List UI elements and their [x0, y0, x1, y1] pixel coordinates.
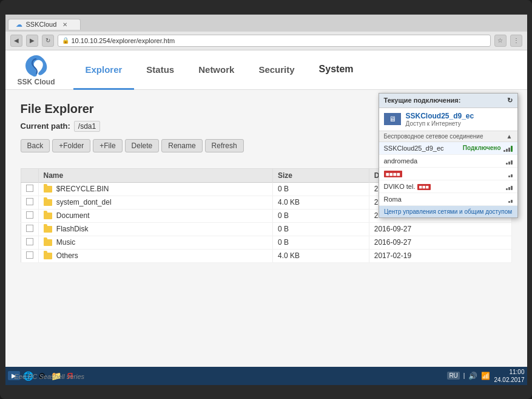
main-content: File Explorer Current path: /sda1 Back +…: [5, 90, 527, 275]
file-name: $RECYCLE.BIN: [38, 182, 272, 196]
date-display: 24.02.2017: [494, 376, 524, 384]
delete-button[interactable]: Delete: [125, 139, 160, 152]
folder-icon: [44, 199, 52, 206]
refresh-button[interactable]: Refresh: [205, 139, 244, 152]
folder-icon: [44, 239, 52, 246]
device-label: Eee PC Seashell series: [15, 373, 85, 380]
row-checkbox[interactable]: [21, 182, 38, 196]
forward-button[interactable]: ▶: [26, 35, 38, 47]
reload-button[interactable]: ↻: [42, 35, 54, 47]
wifi-network-name: ■■■■: [384, 170, 402, 177]
wifi-popup-title: Текущие подключения:: [384, 97, 461, 104]
file-size: 0 B: [272, 182, 369, 196]
file-date: 2017-02-19: [369, 249, 511, 262]
logo-text: SSK Cloud: [18, 78, 55, 86]
taskbar-right: RU | 🔊 📶 11:00 24.02.2017: [447, 368, 524, 384]
file-date: 2016-09-27: [369, 222, 511, 236]
wifi-signal-bars: [503, 145, 513, 152]
wifi-network-icon: 🖥: [384, 113, 401, 125]
file-size: 0 B: [272, 209, 369, 222]
folder-icon: [44, 213, 52, 219]
screen: ☁ SSKCloud ✕ ◀ ▶ ↻ 🔒 10.10.10.254/explor…: [5, 15, 527, 385]
file-size: 4.0 KB: [272, 196, 369, 209]
wifi-popup-header: Текущие подключения: ↻: [379, 94, 517, 108]
file-size: 4.0 KB: [272, 249, 369, 262]
file-name: Others: [38, 249, 272, 262]
file-date: 2016-09-27: [369, 236, 511, 249]
table-row[interactable]: Music 0 B 2016-09-27: [21, 236, 511, 249]
table-row[interactable]: FlashDisk 0 B 2016-09-27: [21, 222, 511, 236]
folder-icon: [44, 186, 52, 193]
list-item[interactable]: andromeda: [379, 155, 517, 168]
row-checkbox[interactable]: [21, 209, 38, 222]
address-bar[interactable]: 🔒 10.10.10.254/explorer/explorer.htm: [58, 35, 491, 47]
wifi-signal-bars: [506, 157, 513, 165]
list-item[interactable]: ■■■■: [379, 168, 517, 180]
file-size: 0 B: [272, 236, 369, 249]
wifi-signal-bars: [508, 196, 513, 203]
wifi-popup: Текущие подключения: ↻ 🖥 SSKCloud25_d9_e…: [379, 93, 518, 218]
tab-close-button[interactable]: ✕: [62, 21, 67, 28]
wifi-connected-info: SSKCloud25_d9_ec Доступ к Интернету: [406, 112, 474, 127]
wifi-refresh-icon[interactable]: ↻: [507, 97, 513, 104]
app-nav: Explorer Status Network Security System: [73, 50, 366, 89]
app-content: SSK Cloud Explorer Status Network Securi…: [5, 50, 527, 385]
browser-chrome: ☁ SSKCloud ✕ ◀ ▶ ↻ 🔒 10.10.10.254/explor…: [5, 15, 527, 50]
file-name: Document: [38, 209, 272, 222]
list-item[interactable]: SSKCloud25_d9_ec Подключено: [379, 142, 517, 155]
logo-icon: [22, 53, 50, 78]
nav-security[interactable]: Security: [246, 51, 306, 90]
file-name: FlashDisk: [38, 222, 272, 236]
add-file-button[interactable]: +File: [93, 139, 122, 152]
tab-title: SSKCloud: [26, 21, 57, 28]
tab-favicon: ☁: [16, 21, 22, 29]
wifi-signal-bars: [508, 170, 513, 177]
nav-status[interactable]: Status: [134, 51, 186, 90]
rename-button[interactable]: Rename: [161, 139, 202, 152]
taskbar-time: 11:00 24.02.2017: [494, 368, 524, 384]
list-item[interactable]: Roma: [379, 193, 517, 206]
folder-icon: [44, 226, 52, 233]
nav-network[interactable]: Network: [186, 51, 246, 90]
time-display: 11:00: [494, 368, 524, 376]
add-folder-button[interactable]: +Folder: [52, 139, 90, 152]
table-row[interactable]: Others 4.0 KB 2017-02-19: [21, 249, 511, 262]
lock-icon: 🔒: [62, 37, 69, 44]
browser-toolbar: ◀ ▶ ↻ 🔒 10.10.10.254/explorer/explorer.h…: [5, 32, 527, 50]
wifi-signal-bars: [506, 183, 513, 190]
file-name: system_dont_del: [38, 196, 272, 209]
folder-icon: [44, 253, 52, 259]
back-file-button[interactable]: Back: [21, 139, 50, 152]
wifi-network-name: SSKCloud25_d9_ec: [384, 145, 444, 152]
wifi-collapse-icon[interactable]: ▲: [507, 133, 513, 140]
wifi-network-name: DVIKO tel. ■■■: [384, 183, 431, 190]
wifi-network-name: andromeda: [384, 157, 418, 165]
name-header[interactable]: Name: [38, 168, 272, 182]
wifi-popup-footer[interactable]: Центр управления сетями и общим доступом: [379, 206, 517, 217]
row-checkbox[interactable]: [21, 236, 38, 249]
wifi-section-label: Беспроводное сетевое соединение ▲: [379, 131, 517, 142]
size-header[interactable]: Size: [272, 168, 369, 182]
star-button[interactable]: ☆: [494, 35, 507, 47]
back-button[interactable]: ◀: [10, 35, 22, 47]
taskbar-speaker-icon[interactable]: 🔊: [468, 372, 477, 380]
path-label: Current path:: [21, 121, 70, 131]
nav-explorer[interactable]: Explorer: [73, 51, 135, 90]
wifi-connected-subtitle: Доступ к Интернету: [406, 120, 474, 127]
row-checkbox[interactable]: [21, 196, 38, 209]
browser-tab[interactable]: ☁ SSKCloud ✕: [8, 19, 81, 30]
menu-button[interactable]: ⋮: [510, 35, 522, 47]
wifi-connected-section: 🖥 SSKCloud25_d9_ec Доступ к Интернету: [379, 108, 517, 131]
browser-tabbar: ☁ SSKCloud ✕: [5, 15, 527, 32]
taskbar-lang[interactable]: RU: [447, 372, 459, 380]
list-item[interactable]: DVIKO tel. ■■■: [379, 180, 517, 193]
nav-system[interactable]: System: [307, 51, 366, 90]
taskbar-wifi-icon[interactable]: 📶: [481, 372, 490, 380]
row-checkbox[interactable]: [21, 222, 38, 236]
wifi-connected-name: SSKCloud25_d9_ec: [406, 112, 474, 120]
ssk-logo-svg: [24, 54, 49, 77]
taskbar-separator: |: [463, 372, 465, 379]
row-checkbox[interactable]: [21, 249, 38, 262]
monitor: ☁ SSKCloud ✕ ◀ ▶ ↻ 🔒 10.10.10.254/explor…: [0, 0, 532, 399]
address-text: 10.10.10.254/explorer/explorer.htm: [72, 37, 175, 44]
